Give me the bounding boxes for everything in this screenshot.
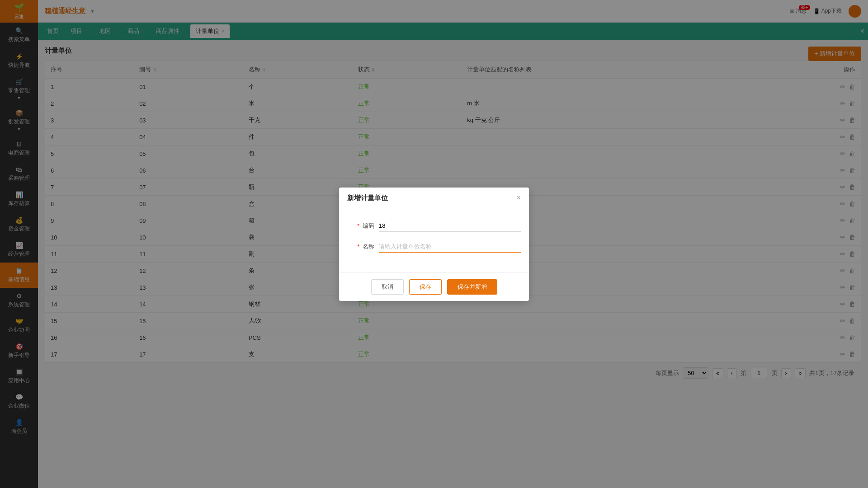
name-form-row: * 名称 [347, 241, 521, 253]
modal-header: 新增计量单位 × [339, 188, 529, 209]
save-button[interactable]: 保存 [409, 279, 442, 295]
modal-body: * 编码 * 名称 [339, 209, 529, 272]
modal-footer: 取消 保存 保存并新增 [339, 272, 529, 301]
code-required-star: * [357, 222, 359, 229]
modal-overlay: 新增计量单位 × * 编码 * 名称 取消 保存 保存并新增 [0, 0, 868, 488]
code-input[interactable] [379, 220, 521, 232]
cancel-button[interactable]: 取消 [371, 279, 404, 295]
code-form-row: * 编码 [347, 220, 521, 232]
modal-close-button[interactable]: × [517, 194, 521, 202]
name-field-label: * 名称 [347, 243, 374, 251]
code-field-label: * 编码 [347, 222, 374, 230]
name-required-star: * [357, 243, 359, 250]
name-input[interactable] [379, 241, 521, 253]
modal-title: 新增计量单位 [347, 194, 388, 202]
add-unit-modal: 新增计量单位 × * 编码 * 名称 取消 保存 保存并新增 [339, 188, 529, 301]
save-and-new-button[interactable]: 保存并新增 [447, 279, 497, 295]
